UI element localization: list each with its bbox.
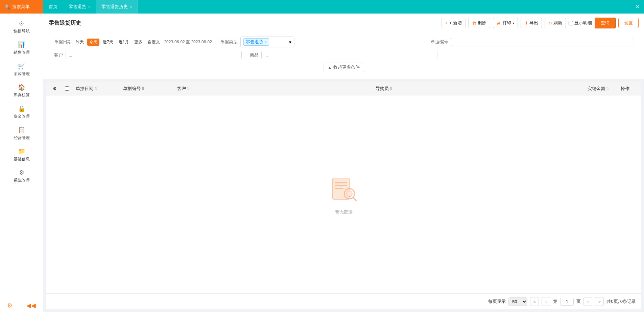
page-input[interactable] — [560, 298, 574, 306]
sidebar-bottom: ⚙ ◀◀ — [0, 299, 43, 312]
setting-button[interactable]: 设置 — [618, 18, 639, 28]
svg-rect-1 — [335, 182, 347, 183]
refresh-button[interactable]: ↻ 刷新 — [545, 18, 566, 28]
first-page-button[interactable]: « — [530, 297, 539, 306]
toolbar: + + 新增 🗑 删除 🖨 打印 ▾ ⬇ 导出 — [442, 18, 639, 28]
content-area: 零售退货历史 + + 新增 🗑 删除 🖨 打印 ▾ — [43, 14, 644, 312]
date-today[interactable]: 今天 — [87, 39, 99, 46]
search-icon: 🔍 — [5, 4, 10, 9]
date-range-text: 2023-06-02 至 2023-06-02 — [164, 39, 212, 45]
select-all-checkbox[interactable] — [65, 86, 69, 91]
search-area[interactable]: 🔍 搜索菜单 — [0, 0, 43, 14]
sidebar-item-label-quick-nav: 快捷导航 — [14, 28, 30, 34]
doc-type-select[interactable]: 零售退货 × ▾ — [240, 37, 294, 47]
print-button[interactable]: 🖨 打印 ▾ — [493, 18, 518, 28]
tab-retail-return[interactable]: 零售退货 × — [63, 0, 96, 14]
empty-text: 暂无数据 — [335, 209, 353, 215]
page-title-row: 零售退货历史 + + 新增 🗑 删除 🖨 打印 ▾ — [49, 18, 639, 28]
sidebar-item-purchase-mgmt[interactable]: 🛒 采购管理 — [0, 59, 43, 80]
th-no-sort-icon: ⇅ — [142, 87, 144, 90]
date-more[interactable]: 更多 — [132, 39, 144, 46]
th-no-label: 单据编号 — [123, 86, 141, 92]
th-checkbox[interactable] — [61, 86, 73, 91]
main-layout: ⊙ 快捷导航 📊 销售管理 🛒 采购管理 🏠 库存核算 🔒 资金管理 📋 经营管… — [0, 14, 644, 312]
sidebar-item-basic-info[interactable]: 📁 基础信息 — [0, 144, 43, 165]
th-customer[interactable]: 客户 ⇅ — [174, 86, 373, 92]
empty-illustration — [327, 174, 361, 205]
doc-no-input[interactable] — [451, 38, 633, 46]
page-unit: 页 — [576, 298, 581, 305]
print-icon: 🖨 — [497, 21, 501, 26]
sidebar-item-inventory[interactable]: 🏠 库存核算 — [0, 80, 43, 102]
page-label: 第 — [553, 298, 557, 305]
refresh-icon: ↻ — [548, 21, 552, 26]
quick-nav-icon: ⊙ — [19, 20, 24, 27]
tab-home-label: 首页 — [49, 4, 57, 10]
tab-home[interactable]: 首页 — [43, 0, 63, 14]
sidebar-item-quick-nav[interactable]: ⊙ 快捷导航 — [0, 16, 43, 38]
customer-input[interactable] — [66, 51, 242, 59]
goods-input[interactable] — [261, 51, 437, 59]
th-date[interactable]: 单据日期 ⇅ — [73, 86, 120, 92]
date-buttons: 昨天 今天 近7天 近1月 更多 自定义 — [74, 39, 162, 46]
date-last-month[interactable]: 近1月 — [117, 39, 131, 46]
prev-page-button[interactable]: ‹ — [542, 297, 550, 306]
tab-retail-return-history[interactable]: 零售退货历史 × — [96, 0, 138, 14]
th-settings[interactable]: ⚙ — [49, 86, 61, 91]
date-last7[interactable]: 近7天 — [101, 39, 115, 46]
collapse-chevron-icon: ▲ — [328, 65, 332, 70]
sidebar: ⊙ 快捷导航 📊 销售管理 🛒 采购管理 🏠 库存核算 🔒 资金管理 📋 经营管… — [0, 14, 43, 312]
th-date-label: 单据日期 — [76, 86, 93, 92]
date-filter-label: 单据日期 — [54, 39, 72, 45]
sidebar-item-operation[interactable]: 📋 经营管理 — [0, 123, 43, 144]
query-label: 查询 — [601, 20, 610, 25]
query-button[interactable]: 查询 — [595, 18, 616, 28]
sidebar-item-sales-mgmt[interactable]: 📊 销售管理 — [0, 38, 43, 59]
system-icon: ⚙ — [19, 169, 24, 176]
purchase-mgmt-icon: 🛒 — [18, 62, 25, 70]
doc-type-chevron-icon: ▾ — [289, 40, 291, 45]
sidebar-settings-icon[interactable]: ⚙ — [7, 302, 13, 309]
th-guide[interactable]: 导购员 ⇅ — [373, 86, 413, 92]
per-page-select[interactable]: 10 20 50 100 — [508, 297, 527, 306]
svg-point-5 — [347, 191, 352, 197]
doc-type-tag-close[interactable]: × — [265, 40, 267, 44]
th-no[interactable]: 单据编号 ⇅ — [120, 86, 174, 92]
show-detail-checkbox[interactable]: 显示明细 — [569, 20, 592, 26]
th-op: 操作 — [612, 86, 639, 92]
date-custom[interactable]: 自定义 — [146, 39, 162, 46]
tab-list: 首页 零售退货 × 零售退货历史 × — [43, 0, 631, 14]
sidebar-item-finance[interactable]: 🔒 资金管理 — [0, 102, 43, 123]
filter-goods: 商品 — [250, 51, 437, 59]
basic-info-icon: 📁 — [18, 148, 25, 155]
last-page-button[interactable]: » — [595, 297, 604, 306]
date-yesterday[interactable]: 昨天 — [74, 39, 86, 46]
customer-label: 客户 — [54, 52, 63, 58]
delete-icon: 🗑 — [472, 21, 476, 26]
next-page-button[interactable]: › — [583, 297, 592, 306]
doc-no-label: 单据编号 — [431, 39, 448, 45]
th-date-sort-icon: ⇅ — [94, 87, 97, 90]
th-amount-label: 实销金额 — [588, 86, 605, 92]
new-label: + 新增 — [449, 20, 462, 26]
filter-area: 单据日期 昨天 今天 近7天 近1月 更多 自定义 2023-06-02 至 2… — [49, 32, 639, 79]
doc-type-label: 单据类型 — [220, 39, 238, 45]
tab-retail-return-history-close[interactable]: × — [130, 5, 132, 9]
th-amount[interactable]: 实销金额 ⇅ — [413, 86, 612, 92]
new-button[interactable]: + + 新增 — [442, 18, 466, 28]
filter-doc-no: 单据编号 — [431, 38, 633, 46]
operation-icon: 📋 — [18, 126, 25, 134]
tab-retail-return-close[interactable]: × — [88, 5, 90, 9]
delete-button[interactable]: 🗑 删除 — [468, 18, 490, 28]
sidebar-volume-icon[interactable]: ◀◀ — [26, 302, 36, 309]
sidebar-item-system[interactable]: ⚙ 系统管理 — [0, 165, 43, 187]
sidebar-item-label-inventory: 库存核算 — [14, 92, 30, 98]
refresh-label: 刷新 — [553, 20, 562, 26]
window-close-button[interactable]: × — [631, 3, 644, 10]
export-button[interactable]: ⬇ 导出 — [521, 18, 542, 28]
collapse-filter-button[interactable]: ▲ 收起更多条件 — [324, 63, 364, 72]
delete-label: 删除 — [478, 20, 486, 26]
svg-rect-3 — [335, 188, 343, 189]
show-detail-input[interactable] — [569, 21, 573, 25]
tab-retail-return-history-label: 零售退货历史 — [101, 4, 128, 10]
